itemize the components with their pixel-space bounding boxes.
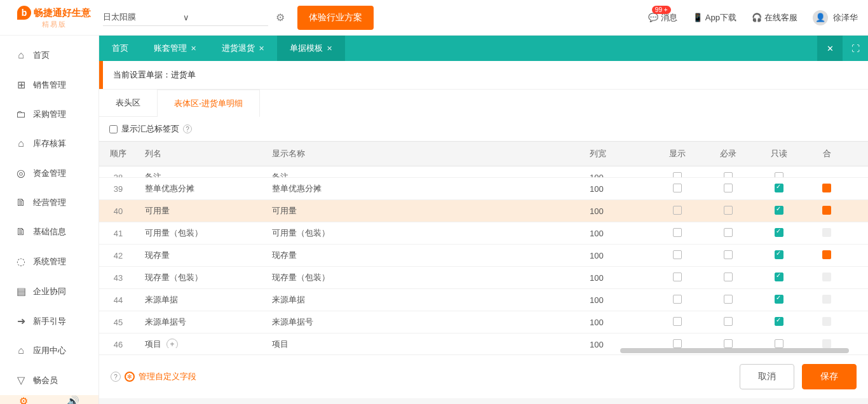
table-row[interactable]: 40可用量可用量100 bbox=[99, 200, 868, 222]
sidebar-item-label: 企业协同 bbox=[33, 286, 66, 297]
checkbox-icon[interactable] bbox=[673, 184, 682, 192]
sidebar-item-1[interactable]: ⊞销售管理 bbox=[0, 70, 98, 100]
checkbox-icon[interactable] bbox=[724, 206, 733, 215]
checkbox-icon[interactable] bbox=[775, 295, 783, 304]
close-icon[interactable]: ✕ bbox=[259, 44, 264, 53]
cell-colname: 备注 bbox=[137, 166, 264, 178]
settings-icon[interactable]: ⚙ bbox=[19, 395, 28, 404]
checkbox-icon[interactable] bbox=[673, 172, 682, 178]
sidebar: ⌂首页⊞销售管理🗀采购管理⌂库存核算◎资金管理🗎经营管理🗎基础信息◌系统管理▤企… bbox=[0, 36, 99, 404]
sidebar-item-7[interactable]: ◌系统管理 bbox=[0, 246, 98, 276]
user-menu[interactable]: 👤 徐泽华 bbox=[813, 10, 858, 25]
app-download-link[interactable]: 📱 App下载 bbox=[693, 12, 736, 24]
cell-required bbox=[703, 201, 754, 222]
close-icon[interactable]: ✕ bbox=[191, 44, 196, 53]
sidebar-item-5[interactable]: 🗎经营管理 bbox=[0, 188, 98, 217]
sidebar-item-3[interactable]: ⌂库存核算 bbox=[0, 129, 98, 158]
sidebar-item-9[interactable]: ➜新手引导 bbox=[0, 306, 98, 336]
help-icon[interactable]: ? bbox=[183, 125, 192, 133]
org-selector[interactable]: 日太阳膜 ∨ bbox=[103, 9, 268, 26]
tab-label: 首页 bbox=[112, 43, 128, 54]
checkbox-icon[interactable] bbox=[673, 228, 682, 237]
table-row[interactable]: 45来源单据号来源单据号100 bbox=[99, 311, 868, 333]
cell-required bbox=[703, 178, 754, 199]
checkbox-icon[interactable] bbox=[724, 184, 733, 192]
checkbox-icon[interactable] bbox=[673, 273, 682, 281]
sidebar-item-0[interactable]: ⌂首页 bbox=[0, 41, 98, 70]
checkbox-icon[interactable] bbox=[775, 250, 783, 259]
checkbox-icon[interactable] bbox=[724, 228, 733, 237]
manage-custom-fields-link[interactable]: ✻ 管理自定义字段 bbox=[125, 371, 196, 382]
checkbox-icon[interactable] bbox=[724, 295, 733, 304]
cell-dispname: 可用量（包装） bbox=[264, 222, 582, 244]
summary-checkbox[interactable] bbox=[109, 125, 118, 133]
checkbox-icon[interactable] bbox=[775, 184, 783, 192]
checkbox-icon[interactable] bbox=[673, 250, 682, 259]
sidebar-item-6[interactable]: 🗎基础信息 bbox=[0, 217, 98, 246]
checkbox-icon[interactable] bbox=[724, 273, 733, 281]
save-button[interactable]: 保存 bbox=[802, 364, 857, 389]
headset-icon: 🎧 bbox=[752, 13, 762, 22]
cell-colname: 整单优惠分摊 bbox=[137, 178, 264, 199]
sidebar-item-label: 库存核算 bbox=[33, 138, 66, 149]
table-row[interactable]: 43现存量（包装）现存量（包装）100 bbox=[99, 267, 868, 289]
checkbox-icon[interactable] bbox=[775, 317, 783, 326]
inner-tab-0[interactable]: 表头区 bbox=[99, 90, 158, 117]
gear-icon[interactable]: ⚙ bbox=[276, 11, 285, 24]
checkbox-icon[interactable] bbox=[775, 339, 783, 348]
logo: b 畅捷通好生意 精易版 bbox=[10, 6, 98, 29]
tab-2[interactable]: 进货退货✕ bbox=[209, 36, 277, 61]
sum-badge-icon bbox=[822, 206, 831, 215]
support-link[interactable]: 🎧 在线客服 bbox=[752, 12, 797, 24]
close-icon[interactable]: ✕ bbox=[327, 44, 332, 53]
cell-colname: 现存量（包装） bbox=[137, 267, 264, 288]
guide-icon: ➜ bbox=[15, 315, 27, 327]
checkbox-icon[interactable] bbox=[673, 339, 682, 348]
checkbox-icon[interactable] bbox=[724, 317, 733, 326]
sum-badge-icon bbox=[822, 317, 831, 326]
checkbox-icon[interactable] bbox=[775, 206, 783, 215]
checkbox-icon[interactable] bbox=[673, 206, 682, 215]
cancel-button[interactable]: 取消 bbox=[740, 364, 794, 389]
sidebar-item-10[interactable]: ⌂应用中心 bbox=[0, 336, 98, 365]
tab-0[interactable]: 首页 bbox=[99, 36, 141, 61]
th-dispname: 显示名称 bbox=[264, 142, 582, 166]
checkbox-icon[interactable] bbox=[724, 172, 733, 178]
checkbox-icon[interactable] bbox=[775, 172, 783, 178]
h-scrollbar[interactable] bbox=[99, 348, 868, 354]
sidebar-item-11[interactable]: ▽畅会员 bbox=[0, 365, 98, 395]
table-row[interactable]: 44来源单据来源单据100 bbox=[99, 289, 868, 311]
tab-3[interactable]: 单据模板✕ bbox=[277, 36, 345, 61]
tab-1[interactable]: 账套管理✕ bbox=[141, 36, 209, 61]
table-row[interactable]: 46项目+项目100 bbox=[99, 333, 868, 348]
inner-tab-1[interactable]: 表体区-进货单明细 bbox=[158, 90, 260, 117]
checkbox-icon[interactable] bbox=[724, 250, 733, 259]
plus-icon[interactable]: + bbox=[166, 339, 178, 348]
collab-icon: ▤ bbox=[15, 285, 27, 297]
checkbox-icon[interactable] bbox=[724, 339, 733, 348]
help-circle-icon[interactable]: ? bbox=[111, 372, 121, 382]
table-row[interactable]: 39整单优惠分摊整单优惠分摊100 bbox=[99, 178, 868, 200]
checkbox-icon[interactable] bbox=[775, 228, 783, 237]
checkbox-icon[interactable] bbox=[775, 273, 783, 281]
cta-button[interactable]: 体验行业方案 bbox=[297, 6, 374, 30]
sidebar-item-2[interactable]: 🗀采购管理 bbox=[0, 100, 98, 129]
sidebar-item-8[interactable]: ▤企业协同 bbox=[0, 276, 98, 306]
sound-icon[interactable]: 🔊 bbox=[67, 395, 79, 404]
cell-readonly bbox=[754, 334, 804, 349]
top-header: b 畅捷通好生意 精易版 日太阳膜 ∨ ⚙ 体验行业方案 💬 99 + 消息 📱… bbox=[0, 0, 868, 36]
tabbar-close-icon[interactable]: ✕ bbox=[817, 36, 843, 61]
cell-readonly bbox=[754, 178, 804, 199]
message-icon: 💬 bbox=[648, 13, 658, 22]
cell-dispname: 可用量 bbox=[264, 200, 582, 222]
messages-link[interactable]: 💬 99 + 消息 bbox=[648, 12, 677, 24]
table-row[interactable]: 41可用量（包装）可用量（包装）100 bbox=[99, 222, 868, 245]
fullscreen-icon[interactable]: ⛶ bbox=[843, 36, 868, 61]
tab-label: 单据模板 bbox=[290, 43, 323, 54]
table-row[interactable]: 42现存量现存量100 bbox=[99, 245, 868, 267]
table-row[interactable]: 38备注备注100 bbox=[99, 166, 868, 178]
sidebar-item-4[interactable]: ◎资金管理 bbox=[0, 158, 98, 188]
checkbox-icon[interactable] bbox=[673, 317, 682, 326]
cell-show bbox=[652, 178, 703, 199]
checkbox-icon[interactable] bbox=[673, 295, 682, 304]
